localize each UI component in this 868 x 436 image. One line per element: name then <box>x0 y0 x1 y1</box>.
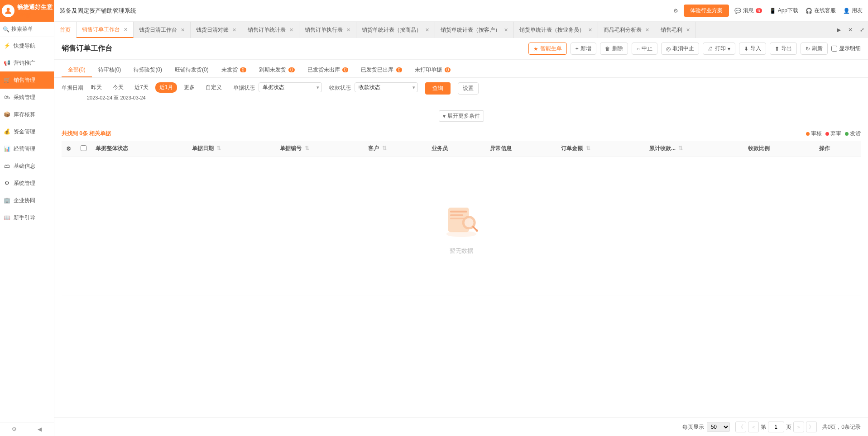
per-page-select[interactable]: 50 10 20 100 <box>707 422 730 432</box>
tab-order-exec[interactable]: 销售订单执行表 ✕ <box>299 22 356 38</box>
tab-close-order-exec[interactable]: ✕ <box>346 27 350 33</box>
sidebar-item-enterprise[interactable]: 🏢 企业协同 <box>0 192 54 209</box>
topbar-service[interactable]: 🎧 在线客服 <box>806 7 836 14</box>
subtab-not-printed[interactable]: 未打印单据 0 <box>408 63 457 77</box>
sort-collected-icon[interactable]: ⇅ <box>678 145 683 152</box>
sort-customer-icon[interactable]: ⇅ <box>382 145 387 152</box>
date-btn-today[interactable]: 今天 <box>109 82 128 93</box>
date-btn-more[interactable]: 更多 <box>180 82 199 93</box>
headset-icon: 🎧 <box>806 8 812 14</box>
import-btn[interactable]: ⬇ 导入 <box>739 43 766 55</box>
delete-btn[interactable]: 🗑 删除 <box>600 43 628 55</box>
sidebar-collapse-btn[interactable]: ◀ <box>29 426 51 432</box>
tab-close-order-stats[interactable]: ✕ <box>289 27 293 33</box>
exp-btn[interactable]: 体验行业方案 <box>684 5 729 17</box>
tab-home[interactable]: 首页 <box>54 22 77 38</box>
sidebar-item-system[interactable]: ⚙ 系统管理 <box>0 175 54 192</box>
subtab-shipped-not-out[interactable]: 已发货未出库 0 <box>301 63 355 77</box>
page-input[interactable] <box>768 422 784 432</box>
sort-amount-icon[interactable]: ⇅ <box>586 145 590 152</box>
quick-approve-btn[interactable]: 审核 <box>806 130 822 137</box>
subtab-pending-review[interactable]: 待审核(0) <box>92 63 128 77</box>
sidebar-settings-btn[interactable]: ⚙ <box>4 426 25 432</box>
query-btn[interactable]: 查询 <box>425 82 451 95</box>
expand-more-btn[interactable]: ▾ 展开更多条件 <box>439 110 484 122</box>
sidebar-item-operation[interactable]: 📊 经营管理 <box>0 140 54 157</box>
count-num: 0条 <box>79 130 88 137</box>
filter-setting-btn[interactable]: 设置 <box>458 82 479 95</box>
tab-sale-stats-staff[interactable]: 销货单统计表（按业务员） ✕ <box>514 22 598 38</box>
collect-select[interactable]: 收款状态 <box>355 82 418 92</box>
tab-daily-reconcile[interactable]: 钱货日清对账 ✕ <box>191 22 242 38</box>
tab-close-sale-stats-customer[interactable]: ✕ <box>504 27 508 33</box>
tab-order-stats[interactable]: 销售订单统计表 ✕ <box>242 22 299 38</box>
show-detail-checkbox[interactable] <box>831 46 837 52</box>
subtab-pending-inspect[interactable]: 待拣验货(0) <box>127 63 168 77</box>
tab-close-daily-cash[interactable]: ✕ <box>181 27 185 33</box>
content-area: 销售订单工作台 ★ 智能生单 + 新增 🗑 删除 ○ 中止 <box>54 38 868 436</box>
tab-close-sale-more[interactable]: ✕ <box>686 27 690 33</box>
svg-rect-5 <box>450 218 465 219</box>
tab-sales-order[interactable]: 销售订单工作台 ✕ <box>77 22 134 38</box>
org-icon: 🏢 <box>3 196 11 204</box>
next-page-btn[interactable]: ＞ <box>793 422 804 432</box>
sidebar-item-basic[interactable]: 🗃 基础信息 <box>0 157 54 175</box>
smart-gen-btn[interactable]: ★ 智能生单 <box>528 43 567 55</box>
sort-date-icon[interactable]: ⇅ <box>216 145 221 152</box>
quick-deliver-btn[interactable]: 发货 <box>845 130 861 137</box>
last-page-btn[interactable]: 》 <box>806 422 817 432</box>
refresh-btn[interactable]: ↻ 刷新 <box>801 43 828 55</box>
quick-reject-btn[interactable]: 弃审 <box>825 130 841 137</box>
tab-close-sale-stats-product[interactable]: ✕ <box>425 27 429 33</box>
date-btn-7days[interactable]: 近7天 <box>130 82 153 93</box>
status-select[interactable]: 单据状态 <box>259 82 322 92</box>
add-btn[interactable]: + 新增 <box>571 43 596 55</box>
select-all-checkbox[interactable] <box>81 145 86 151</box>
subtab-wangpu[interactable]: 旺铺待发货(0) <box>168 63 215 77</box>
date-btn-custom[interactable]: 自定义 <box>201 82 226 93</box>
subtab-expired-not-shipped[interactable]: 到期未发货 0 <box>253 63 301 77</box>
table-count: 共找到 0条 相关单据 <box>62 130 111 137</box>
sidebar-item-finance[interactable]: 💰 资金管理 <box>0 123 54 140</box>
print-btn[interactable]: 🖨 打印 ▾ <box>703 43 735 55</box>
tab-maximize[interactable]: ⤢ <box>856 22 868 38</box>
sidebar-item-inventory[interactable]: 📦 库存核算 <box>0 106 54 123</box>
th-staff: 业务员 <box>427 141 485 156</box>
topbar-app[interactable]: 📱 App下载 <box>769 7 798 14</box>
first-page-btn[interactable]: 《 <box>735 422 746 432</box>
export-btn[interactable]: ⬆ 导出 <box>770 43 797 55</box>
tab-close-daily-reconcile[interactable]: ✕ <box>232 27 236 33</box>
subtab-all[interactable]: 全部(0) <box>62 63 92 77</box>
prev-page-btn[interactable]: ＜ <box>748 422 759 432</box>
subtab-shipped-out[interactable]: 已发货已出库 0 <box>355 63 408 77</box>
tab-close-all[interactable]: ✕ <box>844 22 856 38</box>
sidebar-item-quick[interactable]: ⚡ 快捷导航 <box>0 37 54 54</box>
sidebar-item-guide[interactable]: 📖 新手引导 <box>0 209 54 226</box>
collect-filter-label: 收款状态 <box>329 82 351 92</box>
sidebar-item-marketing[interactable]: 📢 营销推广 <box>0 54 54 71</box>
topbar-msg[interactable]: 💬 消息 6 <box>734 7 762 14</box>
date-btn-month[interactable]: 近1月 <box>155 82 177 93</box>
th-collected: 累计收款... ⇅ <box>645 141 743 156</box>
show-detail-checkbox-label[interactable]: 显示明细 <box>831 45 861 52</box>
date-btn-yesterday[interactable]: 昨天 <box>87 82 106 93</box>
sort-number-icon[interactable]: ⇅ <box>305 145 309 152</box>
sidebar-item-purchase[interactable]: 🛍 采购管理 <box>0 89 54 106</box>
subtab-not-shipped[interactable]: 未发货 0 <box>215 63 253 77</box>
topbar-user[interactable]: 👤 用友 <box>843 7 863 14</box>
tab-sale-more[interactable]: 销售毛利 ✕ <box>655 22 696 38</box>
topbar-settings-btn[interactable]: ⚙ <box>673 8 678 14</box>
tab-close-sale-stats-staff[interactable]: ✕ <box>588 27 592 33</box>
tab-close-margin-analysis[interactable]: ✕ <box>645 27 649 33</box>
sidebar-item-sales[interactable]: 🛒 销售管理 <box>0 71 54 89</box>
tab-sale-stats-customer[interactable]: 销货单统计表（按客户） ✕ <box>435 22 514 38</box>
stop-btn[interactable]: ○ 中止 <box>632 43 657 55</box>
table-quick-actions: 审核 弃审 发货 <box>806 130 861 137</box>
tab-sale-stats-product[interactable]: 销货单统计表（按商品） ✕ <box>356 22 435 38</box>
sidebar-item-search[interactable]: 🔍 搜索菜单 <box>0 22 54 37</box>
tab-close-sales-order[interactable]: ✕ <box>124 27 128 33</box>
tab-daily-cash[interactable]: 钱货日清工作台 ✕ <box>134 22 191 38</box>
tab-scroll-right[interactable]: ▶ <box>833 22 844 38</box>
tab-margin-analysis[interactable]: 商品毛利分析表 ✕ <box>598 22 655 38</box>
cancel-stop-btn[interactable]: ◎ 取消中止 <box>661 43 699 55</box>
